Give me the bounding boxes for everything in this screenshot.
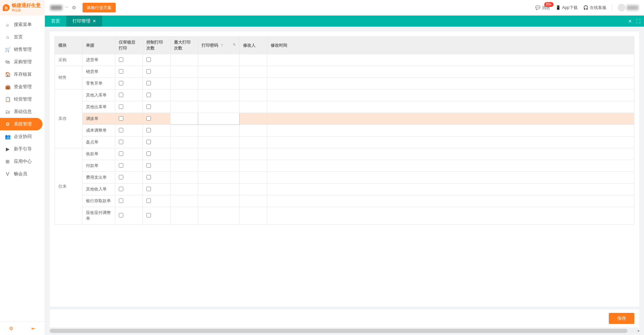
audit-print-checkbox[interactable]: [119, 213, 123, 217]
cell-ctrl-count: [143, 160, 171, 172]
audit-print-checkbox[interactable]: [119, 175, 123, 179]
audit-print-checkbox[interactable]: [119, 93, 123, 97]
cell-modifier: [240, 137, 267, 148]
cell-max-count[interactable]: [171, 113, 198, 125]
audit-print-checkbox[interactable]: [119, 198, 123, 203]
sidebar: ⌕搜索菜单⌂首页🛒销售管理🛍采购管理🏠库存核算👜资金管理📋经营管理🗂基础信息⚙系…: [0, 16, 45, 335]
sidebar-item-3[interactable]: 🛍采购管理: [0, 56, 45, 68]
ctrl-count-checkbox[interactable]: [146, 116, 151, 121]
sidebar-item-11[interactable]: ⊞应用中心: [0, 155, 45, 168]
sidebar-item-label: 首页: [14, 34, 23, 40]
max-count-input[interactable]: [171, 113, 198, 124]
sidebar-item-1[interactable]: ⌂首页: [0, 31, 45, 43]
audit-print-checkbox[interactable]: [119, 151, 123, 156]
ctrl-count-checkbox[interactable]: [146, 57, 151, 62]
cell-modifier: [240, 172, 267, 184]
table-row: 调拔单: [55, 113, 634, 125]
audit-print-checkbox[interactable]: [119, 140, 123, 144]
ctrl-count-checkbox[interactable]: [146, 140, 151, 144]
ctrl-count-checkbox[interactable]: [146, 187, 151, 191]
cell-audit-print: [115, 101, 143, 113]
cell-password: [198, 148, 240, 160]
ctrl-count-checkbox[interactable]: [146, 81, 151, 85]
audit-print-checkbox[interactable]: [119, 187, 123, 191]
sidebar-item-7[interactable]: 🗂基础信息: [0, 105, 45, 118]
cell-modifier: [240, 90, 267, 101]
org-selector[interactable]: ████ ﹀ ⚙: [50, 5, 76, 11]
ctrl-count-checkbox[interactable]: [146, 175, 151, 179]
sidebar-item-4[interactable]: 🏠库存核算: [0, 68, 45, 81]
sidebar-item-12[interactable]: V畅会员: [0, 168, 45, 180]
save-button[interactable]: 保存: [609, 313, 634, 324]
cell-max-count: [171, 172, 198, 184]
main: 首页 打印管理 ✕ ✕ ⛶: [45, 16, 644, 335]
separator: [612, 4, 612, 11]
sidebar-item-label: 新手引导: [14, 146, 32, 152]
gear-icon[interactable]: ⚙: [72, 5, 76, 10]
cell-ctrl-count: [143, 66, 171, 78]
cell-password[interactable]: [198, 113, 240, 125]
fullscreen-icon[interactable]: ⛶: [636, 19, 641, 24]
ctrl-count-checkbox[interactable]: [146, 163, 151, 168]
ctrl-count-checkbox[interactable]: [146, 128, 151, 132]
table-row: 付款单: [55, 160, 634, 172]
sidebar-item-icon: 👥: [5, 134, 10, 139]
collapse-icon[interactable]: ⇤: [31, 326, 36, 331]
cell-modifier: [240, 54, 267, 66]
sidebar-item-8[interactable]: ⚙系统管理: [0, 118, 42, 130]
online-service-link[interactable]: 🎧 在线客服: [583, 5, 606, 11]
audit-print-checkbox[interactable]: [119, 69, 123, 74]
cell-password: [198, 125, 240, 137]
cell-max-count: [171, 78, 198, 90]
th-ctrl-count: 控制打印次数: [143, 37, 171, 54]
sidebar-item-5[interactable]: 👜资金管理: [0, 81, 45, 93]
cell-max-count: [171, 137, 198, 148]
table-row: 采购进货单: [55, 54, 634, 66]
audit-print-checkbox[interactable]: [119, 81, 123, 85]
cell-bill: 成本调整单: [83, 125, 115, 137]
audit-print-checkbox[interactable]: [119, 57, 123, 62]
cell-bill: 付款单: [83, 160, 115, 172]
audit-print-checkbox[interactable]: [119, 116, 123, 121]
phone-icon: 📱: [556, 5, 561, 10]
ctrl-count-checkbox[interactable]: [146, 104, 151, 109]
close-all-icon[interactable]: ✕: [628, 19, 632, 24]
settings-icon[interactable]: ⚙: [9, 326, 13, 331]
help-icon[interactable]: ?: [221, 43, 223, 47]
ctrl-count-checkbox[interactable]: [146, 198, 151, 203]
password-input[interactable]: [198, 113, 239, 124]
table-row: 零售开单: [55, 78, 634, 90]
table-row: 库存其他入库单: [55, 90, 634, 101]
sidebar-item-0[interactable]: ⌕搜索菜单: [0, 18, 45, 31]
brand-logo-icon: b: [3, 4, 10, 11]
ctrl-count-checkbox[interactable]: [146, 93, 151, 97]
audit-print-checkbox[interactable]: [119, 104, 123, 109]
ctrl-count-checkbox[interactable]: [146, 213, 151, 217]
sidebar-item-icon: 📋: [5, 96, 10, 102]
tab-home[interactable]: 首页: [45, 16, 66, 27]
ctrl-count-checkbox[interactable]: [146, 151, 151, 156]
messages-link[interactable]: 💬 消息 99+: [535, 5, 550, 11]
audit-print-checkbox[interactable]: [119, 163, 123, 168]
tab-home-label: 首页: [51, 18, 60, 24]
scrollbar-thumb[interactable]: [50, 329, 627, 333]
audit-print-checkbox[interactable]: [119, 128, 123, 132]
close-icon[interactable]: ✕: [93, 19, 96, 24]
sidebar-item-9[interactable]: 👥企业协同: [0, 130, 45, 143]
user-menu[interactable]: ████: [618, 4, 638, 11]
cell-max-count: [171, 195, 198, 207]
sidebar-item-2[interactable]: 🛒销售管理: [0, 43, 45, 56]
sidebar-item-10[interactable]: ▶新手引导: [0, 143, 45, 155]
ctrl-count-checkbox[interactable]: [146, 69, 151, 74]
industry-cta-button[interactable]: 体验行业方案: [83, 3, 116, 12]
brand: b 畅捷通好生意 精品版: [0, 0, 45, 16]
sidebar-item-6[interactable]: 📋经营管理: [0, 93, 45, 105]
tab-print-management[interactable]: 打印管理 ✕: [66, 16, 102, 27]
cell-ctrl-count: [143, 148, 171, 160]
edit-icon[interactable]: ✎: [233, 43, 236, 47]
scroll-right-icon[interactable]: ▸: [638, 328, 640, 333]
cell-modify-time: [267, 148, 634, 160]
app-download-link[interactable]: 📱 App下载: [556, 5, 578, 11]
horizontal-scrollbar[interactable]: ▸: [50, 329, 639, 333]
sidebar-footer: ⚙ ⇤: [0, 321, 45, 335]
